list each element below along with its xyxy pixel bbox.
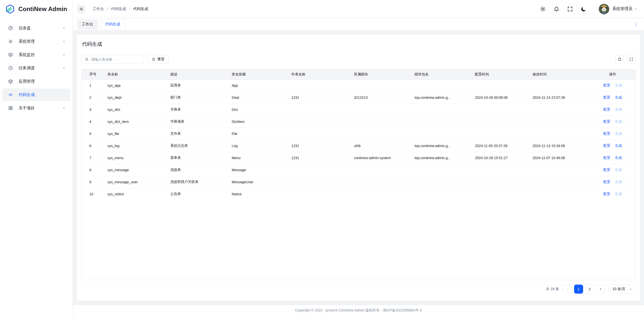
cell-package: top.continew.admin.g...: [411, 152, 471, 164]
cell-author: 1231: [287, 92, 350, 104]
page-button-2[interactable]: 2: [585, 285, 594, 294]
configure-link[interactable]: 配置: [603, 156, 611, 160]
sidebar-item-cube[interactable]: 应用管理: [3, 75, 70, 88]
table-row: 10 sys_notice 公告表 Notice 配置 生成: [82, 188, 635, 200]
column-header: 表名称: [103, 69, 166, 79]
refresh-table-button[interactable]: [615, 55, 624, 64]
cell-description: 字典表: [166, 104, 228, 116]
notification-bell-icon[interactable]: [553, 6, 559, 12]
configure-link[interactable]: 配置: [603, 144, 611, 148]
page-size-select[interactable]: 10 条/页: [608, 285, 635, 294]
sidebar-item-code[interactable]: 代码生成: [3, 88, 70, 101]
configure-link[interactable]: 配置: [603, 168, 611, 172]
code-icon: [8, 92, 13, 97]
generate-link[interactable]: 生成: [615, 156, 622, 160]
cell-no: 4: [82, 116, 103, 128]
cell-module: [350, 176, 411, 188]
sidebar-item-label: 系统管理: [19, 39, 62, 44]
cell-table-name: sys_dept: [103, 92, 166, 104]
generate-link[interactable]: 生成: [615, 144, 622, 148]
cell-actions: 配置 生成: [590, 152, 635, 164]
cell-package: top.continew.admin.g...: [411, 140, 471, 152]
cell-module: [350, 188, 411, 200]
column-header: 作者名称: [287, 69, 350, 79]
fullscreen-icon[interactable]: [567, 6, 573, 12]
monitor-icon: [8, 52, 13, 57]
dark-mode-moon-icon[interactable]: [581, 6, 587, 12]
configure-link[interactable]: 配置: [603, 107, 611, 111]
table-row: 2 sys_dept 部门表 Dept 1231 3213213 top.con…: [82, 92, 635, 104]
cell-package: [411, 176, 471, 188]
table-fullscreen-button[interactable]: [627, 55, 635, 64]
cell-description: 应用表: [166, 79, 228, 92]
sidebar: ContiNew Admin 仪表盘 系统管理 系统监控 任务调度 应用管理 代…: [0, 0, 73, 316]
cell-update-time: 2024-11-07 10:46:06: [529, 152, 590, 164]
cell-module: 3213213: [350, 92, 411, 104]
cell-module: [350, 164, 411, 176]
cell-no: 5: [82, 128, 103, 140]
app-logo-row[interactable]: ContiNew Admin: [0, 0, 73, 18]
breadcrumb-item[interactable]: 工作台: [93, 7, 104, 11]
cell-module: continew-admin-system: [350, 152, 411, 164]
table-name-search[interactable]: [82, 55, 144, 64]
tab[interactable]: 工作台: [77, 19, 98, 29]
reset-button[interactable]: 重置: [147, 55, 169, 64]
cell-actions: 配置 生成: [590, 140, 635, 152]
cell-update-time: [529, 164, 590, 176]
page-button-1[interactable]: 1: [574, 285, 583, 294]
cell-module: [350, 79, 411, 92]
cell-package: [411, 128, 471, 140]
generate-link[interactable]: 生成: [615, 119, 622, 123]
search-input[interactable]: [91, 57, 141, 61]
clock-icon: [8, 66, 13, 71]
menu-collapse-button[interactable]: [77, 5, 86, 13]
cell-module: [350, 104, 411, 116]
user-menu[interactable]: 系统管理员: [599, 4, 637, 14]
column-header: 序号: [82, 69, 103, 79]
generate-link[interactable]: 生成: [615, 83, 622, 87]
configure-link[interactable]: 配置: [603, 83, 611, 87]
generate-link[interactable]: 生成: [615, 180, 622, 184]
copyright-text: Copyright © 2022 - present ContiNew Admi…: [295, 308, 422, 313]
configure-link[interactable]: 配置: [603, 192, 611, 196]
cell-description: 字典项表: [166, 116, 228, 128]
settings-icon[interactable]: [540, 6, 546, 12]
sidebar-item-gauge[interactable]: 仪表盘: [3, 22, 70, 34]
configure-link[interactable]: 配置: [603, 95, 611, 99]
app-logo-icon: [5, 4, 15, 14]
tab-bar: 工作台 代码生成 ⋮: [73, 18, 644, 31]
cell-table-name: sys_menu: [103, 152, 166, 164]
generate-link[interactable]: 生成: [615, 107, 622, 111]
sidebar-item-gear[interactable]: 系统管理: [3, 35, 70, 48]
configure-link[interactable]: 配置: [603, 180, 611, 184]
cell-update-time: [529, 104, 590, 116]
configure-link[interactable]: 配置: [603, 131, 611, 136]
next-page-button[interactable]: [596, 285, 605, 294]
cell-class-prefix: Menu: [228, 152, 287, 164]
cell-class-prefix: App: [228, 79, 287, 92]
sidebar-item-label: 关于项目: [19, 106, 62, 111]
generate-link[interactable]: 生成: [615, 192, 622, 196]
cell-update-time: [529, 188, 590, 200]
configure-link[interactable]: 配置: [603, 119, 611, 123]
breadcrumb-separator: /: [129, 7, 130, 11]
fullscreen-icon: [629, 57, 633, 61]
cell-no: 1: [82, 79, 103, 92]
sidebar-item-monitor[interactable]: 系统监控: [3, 49, 70, 61]
generate-link[interactable]: 生成: [615, 95, 622, 99]
generate-link[interactable]: 生成: [615, 131, 622, 136]
tab-more-button[interactable]: ⋮: [632, 22, 640, 27]
column-header: 修改时间: [529, 69, 590, 79]
sidebar-item-grid[interactable]: 关于项目: [3, 102, 70, 114]
generate-link[interactable]: 生成: [615, 168, 622, 172]
breadcrumb-item[interactable]: 代码生成: [111, 7, 126, 11]
chevron-down-icon: [634, 7, 637, 11]
tab[interactable]: 代码生成: [100, 19, 125, 29]
column-header: 所属模块: [350, 69, 411, 79]
cell-description: 部门表: [166, 92, 228, 104]
previous-page-button[interactable]: [563, 285, 572, 294]
generation-table: 序号表名称描述类名前缀作者名称所属模块模块包名配置时间修改时间操作 1 sys_…: [82, 69, 635, 280]
sidebar-item-clock[interactable]: 任务调度: [3, 62, 70, 74]
grid-icon: [8, 106, 13, 111]
sidebar-menu: 仪表盘 系统管理 系统监控 任务调度 应用管理 代码生成 关于项目: [0, 18, 73, 115]
